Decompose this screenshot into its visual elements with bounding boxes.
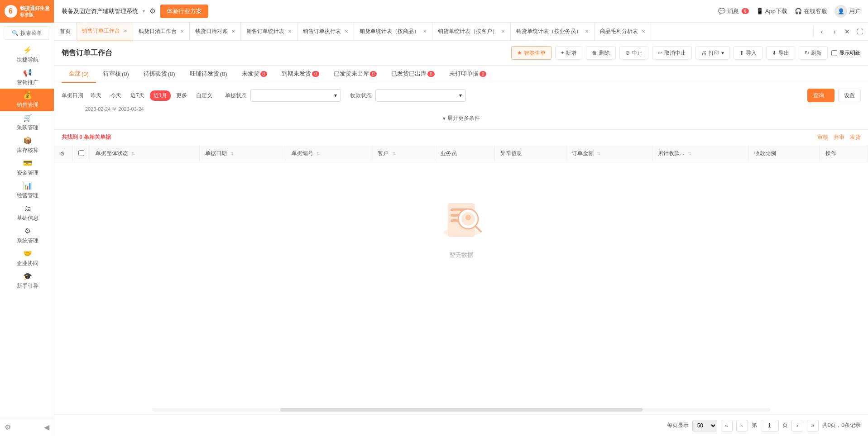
date-option-yesterday[interactable]: 昨天 — [87, 90, 105, 101]
tab-close-icon[interactable]: ✕ — [642, 29, 645, 34]
review-action[interactable]: 审核 — [817, 133, 828, 141]
delete-icon: 🗑 — [592, 50, 597, 56]
first-page-button[interactable]: « — [721, 420, 733, 431]
filter-tab-pending-inspect[interactable]: 待拣验货 (0) — [136, 66, 182, 83]
user-action[interactable]: 👤 用户 — [834, 5, 861, 18]
sidebar-item-cooperation[interactable]: 🤝 企业协同 — [0, 247, 54, 270]
tab-close-icon[interactable]: ✕ — [288, 29, 292, 34]
delete-button[interactable]: 🗑 删除 — [586, 46, 616, 60]
sidebar-item-system[interactable]: ⚙ 系统管理 — [0, 224, 54, 247]
filter-tab-not-printed[interactable]: 未打印单据 0 — [442, 66, 494, 83]
filter-tab-shipped-not-out[interactable]: 已发货未出库 0 — [326, 66, 384, 83]
settings-icon[interactable]: ⚙ — [149, 7, 156, 15]
status-select[interactable]: ▾ — [250, 89, 341, 102]
sort-icon: ⇅ — [317, 151, 320, 156]
sidebar-item-label: 系统管理 — [17, 237, 38, 245]
page-input[interactable] — [761, 420, 779, 431]
tab-cash-daily[interactable]: 钱货日清工作台 ✕ — [133, 23, 190, 41]
table-count: 共找到 0 条相关单据 — [62, 133, 111, 141]
table-area: 共找到 0 条相关单据 审核 弃审 发货 ⚙ — [54, 130, 868, 436]
filter-tab-shipped-out[interactable]: 已发货已出库 0 — [384, 66, 442, 83]
online-service-action[interactable]: 🎧 在线客服 — [795, 7, 827, 15]
refresh-button[interactable]: ↻ 刷新 — [799, 46, 828, 60]
page-size-select[interactable]: 50 100 200 — [692, 420, 717, 431]
tab-fullscreen-button[interactable]: ⛶ — [854, 26, 865, 37]
last-page-button[interactable]: » — [807, 420, 819, 431]
cancel-stop-button[interactable]: ↩ 取消中止 — [652, 46, 692, 60]
tab-close-icon[interactable]: ✕ — [501, 29, 505, 34]
sidebar-item-purchase[interactable]: 🛒 采购管理 — [0, 111, 54, 134]
search-menu-button[interactable]: 🔍 搜索菜单 — [4, 26, 50, 40]
date-option-today[interactable]: 今天 — [107, 90, 125, 101]
date-field: 单据日期 昨天 今天 近7天 近1月 更多 自定义 — [62, 90, 216, 101]
message-action[interactable]: 💬 消息 6 — [718, 7, 749, 15]
tab-prev-button[interactable]: ‹ — [816, 26, 827, 37]
scrollbar-thumb[interactable] — [280, 408, 643, 412]
sidebar-item-label: 企业协同 — [17, 260, 38, 267]
tab-home[interactable]: 首页 — [54, 23, 77, 41]
tab-close-icon[interactable]: ✕ — [124, 28, 127, 33]
tab-sales-summary-staff[interactable]: 销货单统计表（按业务员） ✕ — [511, 23, 595, 41]
date-option-7days[interactable]: 近7天 — [127, 90, 148, 101]
sidebar-item-basic-info[interactable]: 🗂 基础信息 — [0, 202, 54, 224]
collection-select[interactable]: ▾ — [375, 89, 466, 102]
trial-button[interactable]: 体验行业方案 — [160, 5, 208, 18]
th-checkbox — [72, 145, 90, 162]
tab-sales-order[interactable]: 销售订单工作台 ✕ — [77, 23, 133, 41]
select-all-checkbox[interactable] — [78, 150, 84, 156]
star-icon: ★ — [517, 50, 522, 56]
tab-sales-summary-product[interactable]: 销货单统计表（按商品） ✕ — [354, 23, 432, 41]
filter-tab-overdue-ship[interactable]: 到期未发货 0 — [274, 66, 326, 83]
expand-button[interactable]: ▾ 展开更多条件 — [439, 113, 484, 124]
system-dropdown-icon[interactable]: ▾ — [143, 9, 145, 14]
show-detail-checkbox[interactable] — [831, 50, 837, 56]
stop-button[interactable]: ⊘ 中止 — [619, 46, 648, 60]
sidebar-item-finance[interactable]: 💳 资金管理 — [0, 156, 54, 179]
filter-tab-pending-review[interactable]: 待审核 (0) — [96, 66, 136, 83]
tab-gross-profit[interactable]: 商品毛利分析表 ✕ — [595, 23, 651, 41]
settings-search-button[interactable]: 设置 — [838, 89, 861, 102]
date-option-1month[interactable]: 近1月 — [150, 90, 171, 101]
search-button[interactable]: 查询 — [807, 89, 834, 102]
print-icon: 🖨 — [701, 50, 707, 56]
tab-cash-reconcile[interactable]: 钱货日清对账 ✕ — [190, 23, 241, 41]
sidebar-item-sales[interactable]: 💰 销售管理 — [0, 89, 54, 111]
avatar: 👤 — [834, 5, 847, 18]
tab-next-button[interactable]: › — [829, 26, 840, 37]
tab-close-icon[interactable]: ✕ — [345, 29, 348, 34]
sidebar-item-guide[interactable]: 🎓 新手引导 — [0, 270, 54, 292]
date-option-custom[interactable]: 自定义 — [192, 90, 216, 101]
cancel-review-action[interactable]: 弃审 — [834, 133, 844, 141]
tab-close-icon[interactable]: ✕ — [231, 29, 235, 34]
tab-close-icon[interactable]: ✕ — [423, 29, 427, 34]
smart-create-button[interactable]: ★ 智能生单 — [511, 46, 551, 60]
next-page-button[interactable]: › — [791, 420, 803, 431]
collapse-icon[interactable]: ◀ — [44, 423, 49, 431]
sidebar-item-quick-nav[interactable]: ⚡ 快捷导航 — [0, 43, 54, 66]
add-button[interactable]: + 新增 — [555, 46, 582, 60]
settings-columns-icon[interactable]: ⚙ — [60, 151, 65, 157]
tab-sales-summary-customer[interactable]: 销货单统计表（按客户） ✕ — [432, 23, 511, 41]
print-button[interactable]: 🖨 打印 ▾ — [695, 46, 730, 60]
date-option-more[interactable]: 更多 — [173, 90, 191, 101]
tab-sales-stats[interactable]: 销售订单统计表 ✕ — [241, 23, 297, 41]
export-button[interactable]: ⬇ 导出 — [766, 46, 795, 60]
sidebar-item-inventory[interactable]: 📦 库存核算 — [0, 134, 54, 156]
tab-close-icon[interactable]: ✕ — [585, 29, 589, 34]
sidebar-bottom: ⚙ ◀ — [0, 418, 54, 436]
filter-tab-wangpu-pending[interactable]: 旺铺待发货 (0) — [182, 66, 235, 83]
tab-close-all-button[interactable]: ✕ — [842, 26, 853, 37]
settings-bottom-icon[interactable]: ⚙ — [5, 423, 11, 431]
sidebar-item-operations[interactable]: 📊 经营管理 — [0, 179, 54, 202]
tab-close-icon[interactable]: ✕ — [180, 29, 184, 34]
ship-action[interactable]: 发货 — [850, 133, 861, 141]
show-detail-label[interactable]: 显示明细 — [831, 49, 861, 57]
app-download-action[interactable]: 📱 App下载 — [756, 7, 787, 15]
filter-tab-not-shipped[interactable]: 未发货 0 — [235, 66, 275, 83]
tab-sales-exec[interactable]: 销售订单执行表 ✕ — [297, 23, 354, 41]
prev-page-button[interactable]: ‹ — [736, 420, 748, 431]
filter-tab-all[interactable]: 全部 (0) — [62, 66, 96, 83]
import-button[interactable]: ⬆ 导入 — [734, 46, 762, 60]
empty-text: 暂无数据 — [450, 251, 473, 259]
sidebar-item-marketing[interactable]: 📢 营销推广 — [0, 66, 54, 89]
